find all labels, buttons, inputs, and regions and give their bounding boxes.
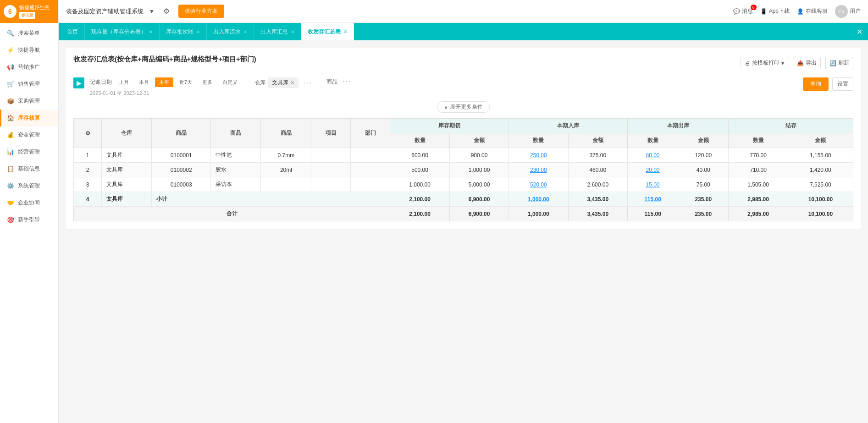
trial-button[interactable]: 体验行业方案: [178, 5, 224, 18]
th-out-amt: 金额: [678, 133, 729, 148]
sidebar-item-operation[interactable]: 📊 经营管理: [0, 143, 58, 160]
sidebar-item-label: 经营管理: [18, 148, 40, 156]
guide-icon: 🎯: [7, 216, 14, 223]
sidebar-item-marketing[interactable]: 📢 营销推广: [0, 59, 58, 76]
settings-button[interactable]: 设置: [832, 77, 853, 91]
topbar-right: 💬 消息 6 📱 App下载 👤 在线客服 Ea 用户: [733, 5, 861, 18]
date-btn-7days[interactable]: 近7天: [175, 77, 196, 87]
cell-spec: 0.7mm: [261, 148, 311, 163]
cell-name: 采访本: [211, 177, 261, 192]
settings-icon[interactable]: ⚙: [160, 5, 173, 18]
tab-flow-close[interactable]: ✕: [243, 29, 247, 34]
tab-summary-close[interactable]: ✕: [291, 29, 294, 34]
cell-out-qty[interactable]: 15.00: [627, 177, 678, 192]
cell-dept: [351, 177, 390, 192]
th-bal-qty: 数量: [729, 133, 788, 148]
sidebar-item-label: 系统管理: [18, 182, 40, 190]
sidebar-item-label: 库存核算: [18, 114, 40, 122]
cell-project: [311, 177, 351, 192]
sidebar-title: 畅捷通好生意: [19, 4, 50, 11]
table-row: 1 文具库 0100001 中性笔 0.7mm 600.00 900.00 25…: [74, 148, 853, 163]
service-item[interactable]: 👤 在线客服: [797, 7, 828, 15]
sidebar-item-quicknav[interactable]: ⚡ 快捷导航: [0, 42, 58, 59]
subtotal-out-qty[interactable]: 115.00: [627, 192, 678, 207]
sidebar-item-system[interactable]: ⚙️ 系统管理: [0, 177, 58, 194]
tab-flow[interactable]: 出入库流水 ✕: [207, 23, 254, 40]
tab-recv-send-label: 收发存汇总表: [308, 28, 341, 36]
message-item[interactable]: 💬 消息 6: [733, 7, 753, 15]
tab-summary[interactable]: 出入库汇总 ✕: [254, 23, 301, 40]
tab-inventory-dist-close[interactable]: ✕: [149, 29, 153, 34]
cell-out-qty[interactable]: 20.00: [627, 163, 678, 177]
subtotal-in-qty[interactable]: 1,000.00: [509, 192, 568, 207]
tab-batch-label: 库存批次账: [166, 28, 194, 36]
app-download-item[interactable]: 📱 App下载: [760, 7, 790, 15]
date-btn-custom[interactable]: 自定义: [218, 77, 242, 87]
sidebar-item-search[interactable]: 🔍 搜索菜单: [0, 25, 58, 42]
purchase-icon: 📦: [7, 98, 14, 104]
filter-toggle[interactable]: ▶: [73, 77, 84, 88]
cell-code: 0100001: [152, 148, 211, 163]
goods-filter-dots[interactable]: ···: [340, 77, 353, 86]
phone-icon: 📱: [760, 8, 767, 15]
export-button[interactable]: 📤 导出: [793, 57, 821, 69]
sidebar-item-basic[interactable]: 📋 基础信息: [0, 160, 58, 177]
date-btn-more[interactable]: 更多: [198, 77, 216, 87]
sidebar-item-inventory[interactable]: 🏠 库存核算: [0, 110, 58, 126]
tab-inventory-dist[interactable]: 现存量（库存分布表） ✕: [85, 23, 160, 40]
user-item[interactable]: Ea 用户: [835, 5, 861, 18]
date-btn-this-month[interactable]: 本月: [135, 77, 153, 87]
cell-bal-amt: 1,420.00: [788, 163, 853, 177]
expand-conditions-button[interactable]: ∨ 展开更多条件: [437, 101, 490, 113]
gear-icon[interactable]: ⚙: [85, 130, 90, 137]
cell-out-qty[interactable]: 80.00: [627, 148, 678, 163]
th-outbound: 本期出库: [627, 119, 728, 133]
system-dropdown[interactable]: ▼: [149, 8, 155, 15]
cell-no: 3: [74, 177, 102, 192]
date-btn-this-year[interactable]: 本年: [155, 77, 173, 87]
th-warehouse: 仓库: [102, 119, 152, 148]
cell-bal-amt: 1,155.00: [788, 148, 853, 163]
cell-in-qty[interactable]: 250.00: [509, 148, 568, 163]
export-label: 导出: [806, 59, 817, 67]
sidebar-item-guide[interactable]: 🎯 新手引导: [0, 211, 58, 228]
tabs-close-all[interactable]: ✕: [853, 27, 866, 36]
tab-flow-label: 出入库流水: [213, 28, 241, 36]
date-btn-last-month[interactable]: 上月: [115, 77, 133, 87]
refresh-button[interactable]: 🔄 刷新: [825, 57, 853, 69]
warehouse-filter-dots[interactable]: ···: [301, 79, 314, 87]
sales-icon: 🛒: [7, 81, 14, 88]
tab-home[interactable]: 首页: [61, 23, 85, 40]
sidebar-item-collab[interactable]: 🤝 企业协同: [0, 194, 58, 211]
query-button[interactable]: 查询: [803, 77, 829, 91]
footer-open-amt: 6,900.00: [449, 207, 509, 221]
sidebar-item-finance[interactable]: 💰 资金管理: [0, 126, 58, 143]
tab-batch-close[interactable]: ✕: [196, 29, 200, 34]
sidebar-item-label: 快捷导航: [18, 46, 40, 54]
export-icon: 📤: [797, 60, 804, 66]
topbar-left: 装备及固定资产辅助管理系统 ▼ ⚙ 体验行业方案: [66, 5, 224, 18]
th-inbound: 本期入库: [509, 119, 628, 133]
subtotal-no: 4: [74, 192, 102, 207]
cell-in-qty[interactable]: 520.00: [509, 177, 568, 192]
topbar: 装备及固定资产辅助管理系统 ▼ ⚙ 体验行业方案 💬 消息 6 📱 App下载 …: [59, 0, 868, 23]
tab-batch[interactable]: 库存批次账 ✕: [160, 23, 207, 40]
tab-recv-send-close[interactable]: ✕: [343, 29, 347, 34]
sidebar-item-label: 销售管理: [18, 80, 40, 88]
th-bal-amt: 金额: [788, 133, 853, 148]
cell-in-qty[interactable]: 230.00: [509, 163, 568, 177]
sidebar-header: 6 畅捷通好生意 标准版: [0, 0, 58, 23]
cell-warehouse: 文具库: [102, 148, 152, 163]
sidebar-item-sales[interactable]: 🛒 销售管理: [0, 76, 58, 93]
refresh-label: 刷新: [838, 59, 849, 67]
warehouse-tag-close[interactable]: ✕: [290, 80, 295, 86]
footer-label: 合计: [74, 207, 390, 221]
th-opening: 库存期初: [390, 119, 509, 133]
user-label: 用户: [850, 7, 861, 15]
date-filter-label: 记账日期: [90, 78, 112, 86]
tab-recv-send[interactable]: 收发存汇总表 ✕: [301, 23, 354, 40]
print-button[interactable]: 🖨 按模板打印 ▾: [741, 57, 788, 69]
data-table: ⚙ 仓库 商品 商品 商品 项目 部门 库存期初 本期入库 本期出库 结存: [73, 118, 853, 221]
sidebar-item-purchase[interactable]: 📦 采购管理: [0, 93, 58, 110]
cell-warehouse: 文具库: [102, 177, 152, 192]
